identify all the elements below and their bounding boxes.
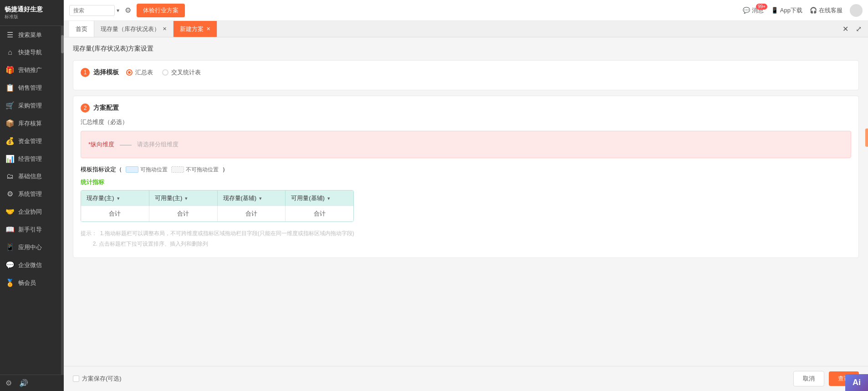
search-input[interactable] [69,5,115,16]
service-label: 在线客服 [819,6,842,15]
radio-summary-label: 汇总表 [135,68,153,77]
sidebar-item-label: 新手引导 [18,226,42,234]
tips-section: 提示： 1.拖动标题栏可以调整布局，不可跨维度或指标区域拖动栏目字段(只能在同一… [81,229,851,248]
app-download-btn[interactable]: 📱 App下载 [771,6,802,15]
stats-col-4[interactable]: 可用量(基辅) ▾ [286,190,353,206]
tab-close-window-btn[interactable]: ✕ [840,24,851,34]
messages-badge: 99+ [756,4,767,10]
user-avatar[interactable] [850,4,863,17]
online-service-btn[interactable]: 🎧 在线客服 [810,6,842,15]
tab-expand-btn[interactable]: ⤢ [853,24,864,34]
search-dropdown-btn[interactable]: ▾ [117,7,119,14]
wechat-icon: 💬 [5,261,15,269]
stats-col-3[interactable]: 现存量(基辅) ▾ [218,190,286,206]
tab-new-plan-close-icon[interactable]: ✕ [206,26,210,32]
sidebar-nav: ☰ 搜索菜单 ⌂ 快捷导航 🎁 营销推广 📋 销售管理 🛒 采购管理 📦 库 [0,26,61,375]
save-label: 方案保存(可选) [82,375,122,383]
stats-col-3-label: 现存量(基辅) [223,194,257,202]
sidebar-item-wechat[interactable]: 💬 企业微信 [0,256,61,274]
step2-header: 2 方案配置 [81,103,851,113]
sidebar-item-basic-info[interactable]: 🗂 基础信息 [0,168,61,185]
indicator-label-text: 模板指标设定（ [81,165,122,174]
search-menu-icon: ☰ [5,31,15,39]
sidebar-item-app-center[interactable]: 📱 应用中心 [0,238,61,256]
tab-inventory-status[interactable]: 现存量（库存状况表） ✕ [94,21,174,37]
gear-icon[interactable]: ⚙ [125,6,131,15]
content-area: 现存量(库存状况表)方案设置 1 选择模板 汇总表 交叉统计表 [64,37,868,366]
dimension-placeholder: 请选择分组维度 [137,140,179,149]
brand-name: 畅捷通好生意 [5,5,59,14]
sidebar-item-label: 企业协同 [18,208,42,216]
stats-cell-3: 合计 [218,206,286,221]
fixed-legend-text: 不可拖动位置 [186,166,219,174]
tab-home[interactable]: 首页 [69,21,94,37]
sidebar-item-label: 销售管理 [18,84,42,92]
stats-table-header: 现存量(主) ▾ 可用量(主) ▾ 现存量(基辅) ▾ 可用量(基辅) ▾ [81,190,353,206]
sidebar-item-marketing[interactable]: 🎁 营销推广 [0,61,61,79]
stats-col-2-chevron[interactable]: ▾ [185,196,188,201]
stats-cell-1: 合计 [81,206,149,221]
sidebar-item-corp[interactable]: 🤝 企业协同 [0,203,61,221]
sidebar-item-search-menu[interactable]: ☰ 搜索菜单 [0,26,61,44]
fixed-legend: 不可拖动位置 [171,166,219,174]
tab-inventory-close-icon[interactable]: ✕ [163,26,167,32]
marketing-icon: 🎁 [5,66,15,74]
step1-title: 选择模板 [93,68,119,77]
member-icon: 🏅 [5,278,15,287]
stats-col-2[interactable]: 可用量(主) ▾ [149,190,218,206]
dimension-section-label: 汇总维度（必选） [81,118,851,126]
radio-cross-dot [162,69,168,76]
speaker-icon[interactable]: 🔊 [19,379,28,387]
stats-col-4-chevron[interactable]: ▾ [327,196,330,201]
sidebar-item-member[interactable]: 🏅 畅会员 [0,274,61,292]
ai-badge[interactable]: Ai [845,374,868,391]
sidebar-item-inventory[interactable]: 📦 库存核算 [0,114,61,132]
stats-col-3-chevron[interactable]: ▾ [259,196,262,201]
topbar: ▾ ⚙ 体验行业方案 💬 消息 99+ 📱 App下载 🎧 在线客服 [64,0,868,21]
sidebar-item-finance[interactable]: 💰 资金管理 [0,132,61,150]
cancel-button[interactable]: 取消 [793,371,824,386]
sales-icon: 📋 [5,83,15,92]
guide-icon: 📖 [5,225,15,234]
sidebar-item-purchase[interactable]: 🛒 采购管理 [0,97,61,114]
tab-new-plan[interactable]: 新建方案 ✕ [174,21,217,37]
stats-col-1[interactable]: 现存量(主) ▾ [81,190,149,206]
sidebar-item-label: 资金管理 [18,137,42,145]
sidebar-item-system[interactable]: ⚙ 系统管理 [0,185,61,203]
right-panel-hint[interactable] [865,129,868,147]
radio-cross[interactable]: 交叉统计表 [162,68,201,77]
sidebar-item-label: 采购管理 [18,102,42,110]
dimension-dash: —— [120,141,132,148]
trial-plan-button[interactable]: 体验行业方案 [137,4,185,17]
fixed-legend-box [171,166,184,173]
sidebar-item-label: 搜索菜单 [18,31,42,39]
stats-col-1-chevron[interactable]: ▾ [117,196,120,201]
draggable-legend: 可拖动位置 [126,166,168,174]
sidebar-item-guide[interactable]: 📖 新手引导 [0,221,61,238]
settings-icon[interactable]: ⚙ [5,379,12,387]
step1-header: 1 选择模板 汇总表 交叉统计表 [81,68,851,77]
sidebar-item-sales[interactable]: 📋 销售管理 [0,79,61,97]
save-option[interactable]: 方案保存(可选) [73,375,122,383]
stats-cell-2: 合计 [149,206,218,221]
sidebar-item-operations[interactable]: 📊 经营管理 [0,150,61,168]
tab-new-plan-label: 新建方案 [180,25,204,33]
step2-section: 2 方案配置 汇总维度（必选） *纵向维度 —— 请选择分组维度 模板指标设定（… [73,96,859,258]
radio-summary[interactable]: 汇总表 [126,68,153,77]
message-icon: 💬 [743,7,750,14]
radio-summary-dot [126,69,133,76]
stats-col-1-label: 现存量(主) [87,194,114,202]
sidebar-item-label: 经营管理 [18,155,42,163]
quick-nav-icon: ⌂ [5,48,15,57]
stats-cell-4: 合计 [286,206,353,221]
dimension-area[interactable]: *纵向维度 —— 请选择分组维度 [81,131,851,158]
sidebar-item-label: 应用中心 [18,243,42,252]
step2-title: 方案配置 [93,104,119,112]
messages-btn[interactable]: 💬 消息 99+ [743,6,764,15]
vertical-dimension-label: *纵向维度 [88,140,114,149]
save-checkbox[interactable] [73,376,79,382]
main-area: ▾ ⚙ 体验行业方案 💬 消息 99+ 📱 App下载 🎧 在线客服 首页 [64,0,868,391]
sidebar-item-quick-nav[interactable]: ⌂ 快捷导航 [0,44,61,61]
sidebar-item-label: 系统管理 [18,190,42,198]
template-radio-group: 汇总表 交叉统计表 [126,68,201,77]
